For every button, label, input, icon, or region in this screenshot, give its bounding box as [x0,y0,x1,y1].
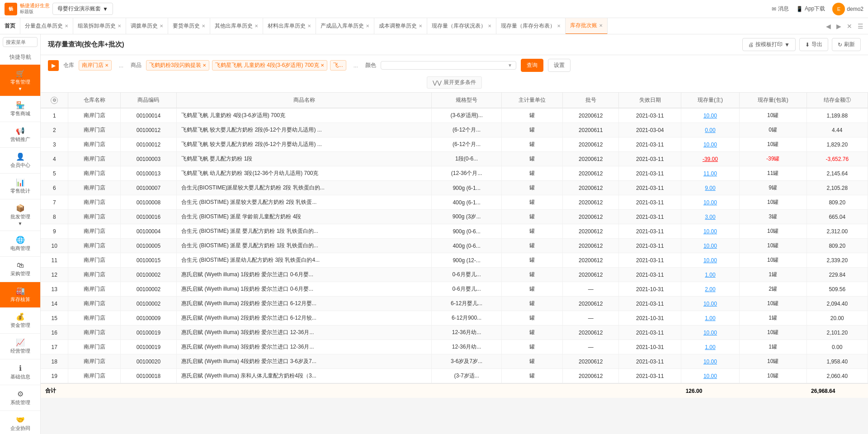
tab-close-6[interactable]: ✕ [307,24,311,28]
tab-close-10[interactable]: ✕ [557,24,561,28]
footer-qty-pkg [739,383,807,398]
sidebar-nav-btn[interactable]: 快捷导航 [0,50,40,65]
color-field[interactable]: ▼ [381,61,516,70]
tab-close-all-btn[interactable]: ✕ [845,22,854,31]
tab-menu-btn[interactable]: ☰ [856,22,865,31]
sidebar-item-operations[interactable]: 📈 经营管理 [0,334,40,359]
page-header: 现存量查询(按仓库+批次) 🖨 按模板打印 ▼ ⬇ 导出 ↻ 刷新 [41,34,868,55]
tab-prev-btn[interactable]: ◀ [824,22,833,31]
tab-close-8[interactable]: ✕ [419,24,422,28]
tab-5[interactable]: 其他出库单历史 ✕ [210,18,263,34]
row-expire: 2021-03-11 [619,354,681,369]
row-qty-main[interactable]: 10.00 [681,253,740,268]
row-qty-main[interactable]: 1.00 [681,340,740,354]
tab-close-1[interactable]: ✕ [65,24,68,28]
goods-tag-1-close[interactable]: ✕ [321,63,324,68]
goods-more[interactable]: ... [351,61,361,70]
user-avatar[interactable]: E demo2 [832,3,863,15]
row-qty-pkg: 1罐 [739,268,807,282]
tab-11[interactable]: 库存批次账 ✕ [566,18,608,34]
row-qty-main[interactable]: 1.00 [681,311,740,326]
tab-close-3[interactable]: ✕ [160,24,163,28]
warehouse-tag-0[interactable]: 南岸门店 ✕ [79,60,112,71]
sidebar-item-retail-stats[interactable]: 📊 零售统计 [0,174,40,199]
sidebar-item-system[interactable]: ⚙ 系统管理 [0,385,40,411]
messages-btn[interactable]: ✉ 消息 [772,5,789,13]
row-qty-main[interactable]: 10.00 [681,369,740,384]
warehouse-more[interactable]: ... [116,61,126,70]
tab-close-4[interactable]: ✕ [202,24,205,28]
row-qty-main[interactable]: 1.00 [681,268,740,282]
tab-1[interactable]: 分量盘点单历史 ✕ [20,18,73,34]
goods-tag-0-close[interactable]: ✕ [203,63,206,68]
row-qty-main[interactable]: -39.00 [681,152,740,166]
goods-tag-0[interactable]: 飞鹤奶粉3段闪购提装 ✕ [146,60,209,71]
row-batch: 20200612 [563,354,619,369]
sidebar-item-retail-mall[interactable]: 🏪 零售商城 [0,96,40,122]
sidebar: 快捷导航 🛒 零售管理 ▼ 🏪 零售商城 📢 营销推广 👤 会员中心 📊 零售统… [0,34,41,434]
column-settings-icon[interactable]: ⚙ [51,97,58,104]
row-qty-main[interactable]: 0.00 [681,123,740,137]
tab-close-7[interactable]: ✕ [366,24,369,28]
goods-tag-more[interactable]: 飞... [330,60,346,71]
row-qty-main[interactable]: 10.00 [681,195,740,210]
sidebar-item-member[interactable]: 👤 会员中心 [0,148,40,174]
warehouse-tag-close[interactable]: ✕ [105,63,108,68]
goods-tag-1[interactable]: 飞鹤星飞帆 儿童奶粉 4段(3-6岁适用) 700克 ✕ [212,60,327,71]
chevron-down-icon-print: ▼ [784,42,790,48]
query-btn[interactable]: 查询 [521,59,543,72]
row-qty-main[interactable]: 9.00 [681,181,740,195]
table-row: 18 南岸门店 00100020 惠氏启赋 (Wyeth illuma) 4段奶… [41,354,868,369]
expand-conditions-btn[interactable]: ⋁⋁ 展开更多条件 [427,76,482,89]
mobile-icon: 📱 [796,6,803,12]
sidebar-item-inventory[interactable]: 🏭 库存核算 [0,282,40,308]
row-qty-main[interactable]: 2.00 [681,282,740,297]
row-no: 17 [41,340,68,354]
sidebar-item-ecommerce[interactable]: 🌐 电商管理 [0,231,40,257]
refresh-btn[interactable]: ↻ 刷新 [832,38,861,51]
sidebar-item-finance[interactable]: 💰 资金管理 [0,308,40,334]
row-spec: 1段(0-6... [432,152,501,166]
row-qty-main[interactable]: 3.00 [681,210,740,224]
app-download-btn[interactable]: 📱 App下载 [796,5,825,13]
row-qty-main[interactable]: 10.00 [681,108,740,123]
row-qty-main[interactable]: 10.00 [681,137,740,152]
sidebar-item-marketing[interactable]: 📢 营销推广 [0,122,40,148]
tab-3[interactable]: 调拨单历史 ✕ [126,18,168,34]
export-btn[interactable]: ⬇ 导出 [799,38,828,51]
row-name: 飞鹤星飞帆 幼儿配方奶粉 3段(12-36个月幼儿适用) 700克 [177,166,432,181]
table-row: 6 南岸门店 00100007 合生元(BIOSTIME)派星较大婴儿配方奶粉 … [41,181,868,195]
search-input[interactable] [3,37,38,47]
row-no: 14 [41,297,68,311]
filter-expand-btn[interactable]: ▶ [48,60,59,71]
print-btn[interactable]: 🖨 按模板打印 ▼ [742,38,796,51]
tab-9[interactable]: 现存量（库存状况表） ✕ [427,18,496,34]
tab-close-11[interactable]: ✕ [599,23,603,28]
tab-8[interactable]: 成本调整单历史 ✕ [374,18,427,34]
tab-10[interactable]: 现存量（库存分布表） ✕ [496,18,566,34]
row-qty-main[interactable]: 10.00 [681,239,740,253]
tab-close-5[interactable]: ✕ [255,24,258,28]
sidebar-item-enterprise[interactable]: 🤝 企业协同 [0,411,40,434]
sidebar-item-retail-management[interactable]: 🛒 零售管理 ▼ [0,65,40,96]
row-qty-main[interactable]: 10.00 [681,354,740,369]
row-qty-main[interactable]: 10.00 [681,224,740,239]
tab-4[interactable]: 要货单历史 ✕ [168,18,210,34]
tab-home[interactable]: 首页 [0,18,20,34]
row-qty-main[interactable]: 10.00 [681,326,740,340]
tab-6[interactable]: 材料出库单历史 ✕ [263,18,316,34]
row-no: 1 [41,108,68,123]
account-selector[interactable]: 母婴行业演示账套 ▼ [52,3,113,15]
tab-7[interactable]: 产成品入库单历史 ✕ [316,18,374,34]
row-qty-main[interactable]: 10.00 [681,297,740,311]
tab-close-9[interactable]: ✕ [488,24,491,28]
sidebar-item-basic-info[interactable]: ℹ 基础信息 [0,359,40,385]
row-amount: 509.56 [807,282,868,297]
sidebar-item-purchase[interactable]: 🛍 采购管理 [0,257,40,282]
tab-2[interactable]: 组装拆卸单历史 ✕ [73,18,126,34]
settings-btn[interactable]: 设置 [548,59,571,72]
tab-close-2[interactable]: ✕ [118,24,121,28]
row-qty-main[interactable]: 11.00 [681,166,740,181]
tab-next-btn[interactable]: ▶ [835,22,843,31]
sidebar-item-wholesale[interactable]: 📦 批发管理 ▼ [0,199,40,231]
